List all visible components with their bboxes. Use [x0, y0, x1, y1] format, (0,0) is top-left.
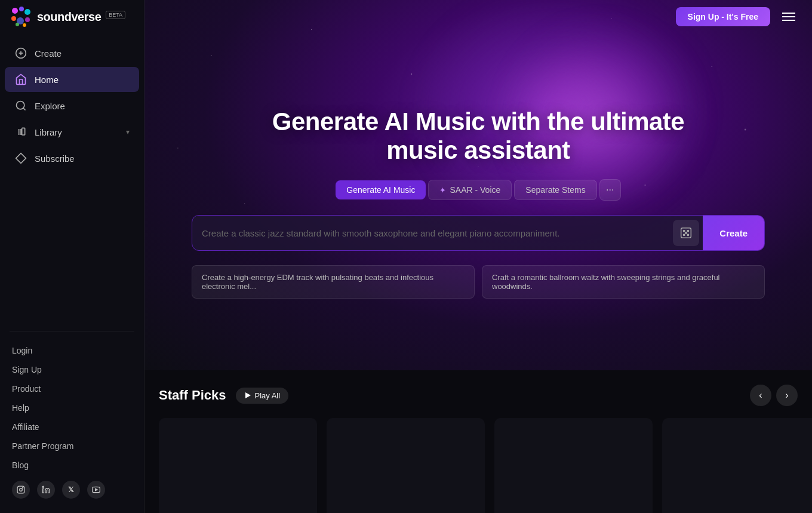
suggestion-chips: Create a high-energy EDM track with puls…: [192, 265, 765, 299]
sidebar-link-product[interactable]: Product: [0, 379, 144, 398]
sidebar-link-affiliate[interactable]: Affiliate: [0, 417, 144, 437]
youtube-icon[interactable]: [87, 481, 105, 499]
spark-icon: ✦: [439, 186, 446, 195]
picks-next-button[interactable]: ›: [776, 385, 798, 406]
svg-point-3: [11, 16, 16, 21]
svg-line-12: [23, 108, 26, 110]
sidebar-link-partner[interactable]: Partner Program: [0, 437, 144, 456]
sidebar-item-subscribe[interactable]: Subscribe: [5, 146, 139, 171]
brand-name: soundverse: [37, 10, 101, 24]
svg-point-7: [23, 23, 26, 27]
create-button[interactable]: Create: [703, 216, 764, 250]
top-header: Sign Up - It's Free: [662, 0, 812, 33]
suggestion-chip-2[interactable]: Craft a romantic ballroom waltz with swe…: [482, 265, 765, 299]
svg-point-19: [23, 487, 23, 488]
instagram-icon[interactable]: [12, 481, 30, 499]
picks-header: Staff Picks Play All ‹ ›: [159, 385, 798, 406]
svg-point-0: [12, 8, 18, 14]
sidebar-link-signup[interactable]: Sign Up: [0, 360, 144, 379]
menu-line-2: [782, 16, 795, 17]
linkedin-icon[interactable]: [37, 481, 55, 499]
svg-point-11: [17, 102, 24, 109]
hero-title: Generate AI Music with the ultimate musi…: [269, 107, 687, 165]
hero-section: Generate AI Music with the ultimate musi…: [144, 0, 812, 370]
svg-point-28: [685, 232, 687, 234]
picks-navigation: ‹ ›: [750, 385, 798, 406]
svg-point-26: [684, 234, 685, 236]
menu-line-3: [782, 20, 795, 21]
play-all-button[interactable]: Play All: [236, 388, 289, 404]
search-icon: [14, 99, 27, 112]
svg-point-6: [16, 23, 19, 26]
svg-point-2: [24, 9, 30, 15]
svg-marker-16: [16, 153, 26, 164]
create-label: Create: [35, 48, 61, 59]
library-label: Library: [35, 127, 62, 137]
home-label: Home: [35, 75, 59, 85]
svg-point-18: [20, 489, 23, 492]
sidebar-link-help[interactable]: Help: [0, 398, 144, 417]
svg-point-5: [25, 17, 30, 22]
svg-rect-17: [17, 486, 24, 493]
prompt-input[interactable]: [192, 217, 669, 249]
tab-generate[interactable]: Generate AI Music: [336, 180, 426, 199]
svg-point-1: [19, 7, 24, 11]
menu-button[interactable]: [780, 10, 798, 23]
svg-point-21: [42, 486, 44, 487]
sidebar-item-create[interactable]: Create: [5, 41, 139, 66]
tab-stems[interactable]: Separate Stems: [514, 180, 596, 200]
explore-label: Explore: [35, 101, 65, 111]
svg-marker-22: [96, 489, 97, 491]
signup-button[interactable]: Sign Up - It's Free: [676, 7, 770, 26]
tab-more-button[interactable]: ···: [599, 179, 621, 201]
tab-saar[interactable]: ✦ SAAR - Voice: [428, 180, 512, 200]
sidebar-item-library[interactable]: Library ▾: [5, 119, 139, 145]
suggestion-chip-1[interactable]: Create a high-energy EDM track with puls…: [192, 265, 475, 299]
sidebar-footer: Login Sign Up Product Help Affiliate Par…: [0, 336, 144, 513]
staff-picks-title: Staff Picks: [159, 388, 226, 403]
diamond-icon: [14, 152, 27, 165]
sidebar-link-blog[interactable]: Blog: [0, 456, 144, 475]
sidebar-divider: [10, 331, 134, 331]
play-all-label: Play All: [255, 391, 281, 400]
svg-point-24: [684, 230, 685, 232]
picks-prev-button[interactable]: ‹: [750, 385, 771, 406]
logo-icon: [10, 5, 32, 28]
sidebar-item-explore[interactable]: Explore: [5, 93, 139, 118]
sidebar: soundverse BETA Create Home: [0, 0, 144, 513]
sidebar-nav: Create Home Explore: [0, 33, 144, 326]
twitter-icon[interactable]: 𝕏: [62, 481, 80, 499]
logo[interactable]: soundverse BETA: [0, 0, 144, 33]
dice-button[interactable]: [673, 220, 699, 246]
home-icon: [14, 73, 27, 86]
sidebar-item-home[interactable]: Home: [5, 67, 139, 92]
beta-badge: BETA: [106, 11, 125, 19]
music-card-1[interactable]: [159, 418, 317, 513]
music-card-3[interactable]: [494, 418, 653, 513]
feature-tabs: Generate AI Music ✦ SAAR - Voice Separat…: [336, 179, 620, 201]
hero-content: Generate AI Music with the ultimate musi…: [144, 0, 812, 299]
main-content: Sign Up - It's Free Generate AI Music wi…: [144, 0, 812, 513]
svg-rect-20: [42, 489, 44, 493]
svg-marker-29: [245, 392, 251, 398]
svg-point-27: [687, 234, 689, 236]
svg-rect-15: [22, 128, 25, 135]
prompt-input-container: Create: [192, 215, 765, 251]
chevron-down-icon: ▾: [126, 128, 130, 136]
social-icons-row: 𝕏: [0, 475, 144, 508]
svg-point-25: [687, 230, 689, 232]
music-cards-row: [159, 418, 798, 513]
sidebar-link-login[interactable]: Login: [0, 341, 144, 360]
plus-circle-icon: [14, 47, 27, 60]
tab-saar-label: SAAR - Voice: [450, 185, 500, 195]
music-card-2[interactable]: [327, 418, 485, 513]
music-card-4[interactable]: [662, 418, 812, 513]
menu-line-1: [782, 13, 795, 14]
play-icon: [244, 392, 251, 399]
staff-picks-section: Staff Picks Play All ‹ ›: [144, 370, 812, 513]
library-icon: [14, 125, 27, 139]
subscribe-label: Subscribe: [35, 153, 75, 164]
